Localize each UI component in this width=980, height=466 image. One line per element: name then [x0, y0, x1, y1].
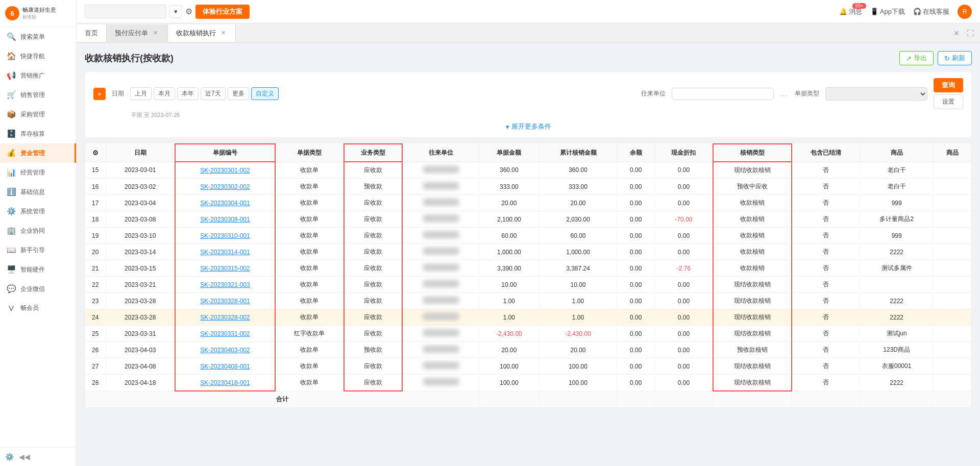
- service-area[interactable]: 🎧 在线客服: [913, 7, 949, 16]
- cell-no: 16: [85, 179, 106, 195]
- table-row: 272023-04-08SK-20230408-001收款单应收款100.001…: [85, 358, 971, 375]
- sidebar-item-wechat[interactable]: 💬 企业微信: [0, 279, 76, 299]
- cell-bill-type: 收款单: [275, 293, 344, 309]
- cell-bill-no[interactable]: SK-20230331-002: [175, 326, 275, 342]
- expand-more-button[interactable]: ▾ 展开更多条件: [506, 122, 551, 131]
- cell-bill-no[interactable]: SK-20230408-001: [175, 358, 275, 375]
- tabbar: 首页 预付应付单 ✕ 收款核销执行 ✕ ✕ ⛶: [77, 23, 980, 43]
- export-button[interactable]: ↗ 导出: [899, 51, 934, 65]
- hardware-icon: 🖥️: [6, 265, 16, 274]
- cell-goods2: [934, 342, 971, 358]
- settings-icon[interactable]: ⚙: [92, 149, 99, 157]
- cell-partner: [402, 375, 479, 391]
- chevron-down-icon: ▾: [506, 123, 509, 131]
- gear-icon[interactable]: ⚙: [185, 7, 192, 16]
- cell-bill-no[interactable]: SK-20230302-002: [175, 179, 275, 195]
- cell-bill-no[interactable]: SK-20230314-001: [175, 244, 275, 260]
- cell-bill-no[interactable]: SK-20230315-002: [175, 260, 275, 277]
- tab-collection-close[interactable]: ✕: [219, 29, 227, 37]
- sidebar-item-marketing[interactable]: 📢 营销推广: [0, 66, 76, 85]
- topbar-dropdown-button[interactable]: ▾: [169, 5, 182, 18]
- cell-discount: -2.76: [655, 260, 713, 277]
- tab-expand-button[interactable]: ⛶: [965, 27, 976, 39]
- topbar-search-display: [85, 5, 166, 18]
- cell-bill-no[interactable]: SK-20230308-001: [175, 211, 275, 228]
- sidebar-item-search[interactable]: 🔍 搜索菜单: [0, 27, 76, 46]
- cell-no: 23: [85, 293, 106, 309]
- cell-bill-no[interactable]: SK-20230321-003: [175, 277, 275, 293]
- refresh-button[interactable]: ↻ 刷新: [938, 51, 972, 65]
- tab-close-button[interactable]: ✕: [951, 27, 962, 39]
- sidebar-item-sales[interactable]: 🛒 销售管理: [0, 85, 76, 105]
- cell-date: 2023-03-21: [106, 277, 175, 293]
- sidebar-item-member[interactable]: V 畅会员: [0, 299, 76, 317]
- cell-goods2: [934, 244, 971, 260]
- sidebar-item-hardware[interactable]: 🖥️ 智能硬件: [0, 260, 76, 279]
- page-title: 收款核销执行(按收款): [85, 52, 174, 64]
- sidebar-label-guide: 新手引导: [20, 246, 45, 255]
- sidebar-item-inventory[interactable]: 🗄️ 库存核算: [0, 124, 76, 143]
- solution-button[interactable]: 体验行业方案: [195, 5, 250, 19]
- sidebar-item-enterprise[interactable]: 🏢 企业协同: [0, 221, 76, 240]
- cell-included: 否: [792, 211, 860, 228]
- refresh-icon: ↻: [944, 55, 950, 62]
- main-area: ▾ ⚙ 体验行业方案 🔔 消息 99+ 📱 App下载 🎧 在线客服 R 首: [77, 0, 980, 466]
- sidebar: 6 畅康道好生意 标推版 🔍 搜索菜单 🏠 快捷导航 📢 营销推广 🛒 销售管理…: [0, 0, 77, 466]
- filter-expand-button[interactable]: »: [93, 88, 106, 100]
- app-badge: 标推版: [22, 14, 56, 20]
- sidebar-item-basic[interactable]: ℹ️ 基础信息: [0, 182, 76, 202]
- tab-prepay[interactable]: 预付应付单 ✕: [107, 24, 168, 42]
- cell-bill-type: 收款单: [275, 260, 344, 277]
- sidebar-item-capital[interactable]: 💰 资金管理: [0, 143, 76, 163]
- cell-partner: [402, 309, 479, 326]
- notice-area[interactable]: 🔔 消息 99+: [839, 7, 862, 16]
- cell-bill-no[interactable]: SK-20230328-002: [175, 309, 275, 326]
- filter-settings-button[interactable]: 设置: [934, 94, 963, 109]
- cell-bill-no[interactable]: SK-20230304-001: [175, 195, 275, 211]
- cell-bill-no[interactable]: SK-20230328-001: [175, 293, 275, 309]
- tab-collection[interactable]: 收款核销执行 ✕: [168, 24, 236, 42]
- sidebar-item-system[interactable]: ⚙️ 系统管理: [0, 202, 76, 221]
- collapse-icon[interactable]: ◀◀: [19, 453, 30, 461]
- sidebar-item-quicknav[interactable]: 🏠 快捷导航: [0, 46, 76, 66]
- sidebar-item-purchase[interactable]: 📦 采购管理: [0, 105, 76, 124]
- sidebar-item-operations[interactable]: 📊 经营管理: [0, 163, 76, 182]
- bill-type-select[interactable]: [825, 87, 927, 101]
- col-settings[interactable]: ⚙: [85, 144, 106, 162]
- app-download-area[interactable]: 📱 App下载: [870, 7, 905, 16]
- cell-verified: 360.00: [539, 162, 617, 179]
- cell-no: 21: [85, 260, 106, 277]
- settings-bottom-icon[interactable]: ⚙️: [5, 453, 14, 461]
- cell-bill-no[interactable]: SK-20230310-001: [175, 228, 275, 244]
- partner-input[interactable]: [672, 88, 774, 100]
- tab-home[interactable]: 首页: [77, 24, 107, 42]
- cell-goods1: 2222: [860, 244, 934, 260]
- date-custom-button[interactable]: 自定义: [251, 87, 279, 100]
- date-this-month[interactable]: 本月: [154, 87, 175, 100]
- footer-discount: [655, 391, 713, 408]
- cell-bill-no[interactable]: SK-20230403-002: [175, 342, 275, 358]
- cell-amount: 1.00: [479, 293, 540, 309]
- cell-balance: 0.00: [617, 277, 655, 293]
- cell-bill-no[interactable]: SK-20230418-001: [175, 375, 275, 391]
- cell-balance: 0.00: [617, 244, 655, 260]
- query-button[interactable]: 查询: [934, 78, 963, 92]
- cell-goods1: 999: [860, 228, 934, 244]
- date-more[interactable]: 更多: [228, 87, 249, 100]
- cell-included: 否: [792, 228, 860, 244]
- cell-biz-type: 应收款: [344, 358, 403, 375]
- cell-biz-type: 应收款: [344, 260, 403, 277]
- date-prev-month[interactable]: 上月: [130, 87, 152, 100]
- cell-verify-type: 预收款核销: [713, 342, 792, 358]
- cell-bill-type: 收款单: [275, 179, 344, 195]
- app-name: 畅康道好生意: [22, 6, 56, 13]
- sidebar-item-guide[interactable]: 📖 新手引导: [0, 240, 76, 260]
- date-7days[interactable]: 近7天: [201, 87, 226, 100]
- cell-bill-no[interactable]: SK-20230301-002: [175, 162, 275, 179]
- date-this-year[interactable]: 本年: [177, 87, 199, 100]
- tab-prepay-close[interactable]: ✕: [151, 29, 159, 37]
- cell-goods1: 123D商品: [860, 342, 934, 358]
- cell-no: 26: [85, 342, 106, 358]
- enterprise-icon: 🏢: [6, 226, 16, 235]
- user-avatar[interactable]: R: [958, 5, 972, 19]
